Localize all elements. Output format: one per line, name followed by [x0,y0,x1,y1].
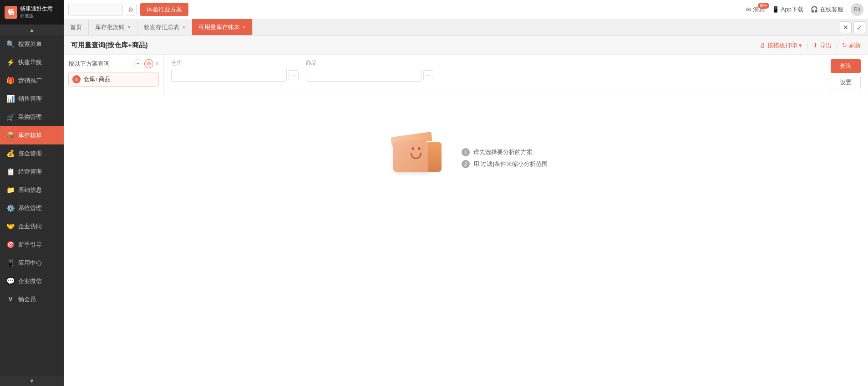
tab-batch-account[interactable]: 库存批次账 × [89,19,137,35]
sidebar-scroll-down[interactable]: ▼ [0,376,64,386]
settings-scheme-btn[interactable]: ⚙ [144,59,153,68]
add-scheme-btn[interactable]: + [133,59,142,68]
filter-left-actions: + ⚙ « [133,59,159,68]
print-dropdown-icon: ▾ [799,42,802,49]
sidebar-item-label: 采购管理 [18,113,42,121]
product-label: 商品 [306,59,433,67]
tab-collect-summary[interactable]: 收发存汇总表 × [137,19,192,35]
tab-expand-btn[interactable]: ⤢ [853,21,865,33]
product-input[interactable] [306,69,421,82]
topbar-search-area: ⚙ [68,4,137,15]
sidebar-item-basic[interactable]: 📁 基础信息 [0,181,64,199]
enterprise-icon: 🤝 [6,222,15,231]
warehouse-label: 仓库 [171,59,299,67]
app-download-btn[interactable]: 📱 App下载 [772,5,803,14]
warehouse-more-btn[interactable]: ··· [289,70,299,80]
sidebar-item-label: 畅会员 [18,295,36,304]
page-header: 可用量查询(按仓库+商品) 🖨 按模板打印 ▾ | ⬆ 导出 | ↻ 刷新 [64,36,868,55]
tab-collect-summary-label: 收发存汇总表 [144,23,179,31]
print-icon: 🖨 [760,42,766,49]
service-icon: 🎧 [811,6,818,13]
sidebar-item-inventory[interactable]: 📦 库存核算 [0,126,64,144]
sidebar: 畅 畅康通好生意 标准版 ▲ 🔍 搜索菜单 ⚡ 快捷导航 🎁 营销推广 📊 销售… [0,0,64,386]
hint-num-1: 1 [462,148,470,156]
wechat-icon: 💬 [6,277,15,285]
tab-home[interactable]: 首页 [64,19,89,35]
shortcut-icon: ⚡ [6,58,15,67]
message-icon: ✉ [746,6,751,13]
filter-right-panel: 仓库 ··· 商品 ··· 查询 设置 [164,55,868,94]
online-service-label: 在线客服 [820,5,843,14]
print-label: 按模板打印 [767,41,797,50]
sidebar-item-label: 库存核算 [18,131,42,139]
filter-action-buttons: 查询 设置 [831,59,861,89]
export-label: 导出 [820,41,832,50]
search-input[interactable] [68,4,123,15]
app-download-label: App下载 [781,5,803,14]
scheme-icon: ⊙ [72,75,81,83]
divider: | [807,42,808,49]
sidebar-item-label: 应用中心 [18,259,42,267]
industry-btn[interactable]: 体验行业方案 [140,3,188,16]
tab-collect-summary-close[interactable]: × [182,24,185,31]
tab-available-ledger-close[interactable]: × [243,24,246,31]
sidebar-item-shortcut[interactable]: ⚡ 快捷导航 [0,53,64,72]
sidebar-item-guide[interactable]: 🎯 新手引导 [0,236,64,254]
avatar-text: Rit [854,6,861,13]
tab-close-all-btn[interactable]: ✕ [840,21,852,33]
sidebar-item-operations[interactable]: 📋 经营管理 [0,163,64,181]
sidebar-item-sales[interactable]: 📊 销售管理 [0,90,64,108]
sidebar-item-funds[interactable]: 💰 资金管理 [0,144,64,163]
message-btn[interactable]: ✉ 消息 99+ [746,5,765,14]
sidebar-item-wechat[interactable]: 💬 企业微信 [0,272,64,290]
tab-batch-account-label: 库存批次账 [95,23,125,31]
sales-icon: 📊 [6,95,15,103]
topbar-gear-btn[interactable]: ⚙ [125,4,137,15]
sidebar-item-marketing[interactable]: 🎁 营销推广 [0,72,64,90]
user-avatar[interactable]: Rit [851,3,863,16]
sidebar-item-appcenter[interactable]: 📱 应用中心 [0,254,64,272]
sidebar-item-label: 经营管理 [18,168,42,176]
hint-num-2: 2 [462,160,470,168]
ops-icon: 📋 [6,168,15,176]
scheme-item-label: 仓库+商品 [83,75,111,83]
print-template-btn[interactable]: 🖨 按模板打印 ▾ [760,41,802,50]
scheme-item-warehouse-product[interactable]: ⊙ 仓库+商品 [68,72,159,87]
sidebar-item-purchase[interactable]: 🛒 采购管理 [0,108,64,126]
tab-available-ledger[interactable]: 可用量库存账本 × [192,19,253,35]
collapse-panel-btn[interactable]: « [155,59,159,68]
empty-hint-2: 2 用[过滤]条件来缩小分析范围 [462,160,548,168]
guide-icon: 🎯 [6,241,15,249]
basic-icon: 📁 [6,186,15,194]
sidebar-item-label: 销售管理 [18,95,42,103]
empty-state: 1 请先选择要分析的方案 2 用[过滤]条件来缩小分析范围 [64,94,868,222]
sidebar-scroll-up[interactable]: ▲ [0,25,64,35]
export-btn[interactable]: ⬆ 导出 [813,41,832,50]
filter-scheme-label: 按以下方案查询 [68,60,110,68]
hint-text-1: 请先选择要分析的方案 [473,148,533,156]
sidebar-item-enterprise[interactable]: 🤝 企业协同 [0,217,64,236]
export-icon: ⬆ [813,42,818,49]
box-smile [411,153,421,159]
query-button[interactable]: 查询 [831,59,861,73]
box-eye-right [418,147,421,150]
tabs-end-buttons: ✕ ⤢ [840,21,868,33]
tab-batch-account-close[interactable]: × [127,24,131,31]
marketing-icon: 🎁 [6,77,15,85]
divider2: | [836,42,838,49]
sidebar-item-search[interactable]: 🔍 搜索菜单 [0,35,64,53]
online-service-btn[interactable]: 🎧 在线客服 [811,5,843,14]
refresh-icon: ↻ [842,42,847,49]
filter-area: 按以下方案查询 + ⚙ « ⊙ 仓库+商品 仓库 [64,55,868,94]
purchase-icon: 🛒 [6,113,15,121]
logo-icon: 畅 [5,6,17,19]
refresh-btn[interactable]: ↻ 刷新 [842,41,861,50]
sidebar-item-label: 搜索菜单 [18,40,42,48]
vip-icon: V [6,295,15,304]
settings-button[interactable]: 设置 [831,76,861,89]
warehouse-input[interactable] [171,69,287,82]
warehouse-input-row: ··· [171,69,299,82]
sidebar-item-vip[interactable]: V 畅会员 [0,290,64,309]
sidebar-item-system[interactable]: ⚙️ 系统管理 [0,199,64,217]
product-more-btn[interactable]: ··· [423,70,433,80]
